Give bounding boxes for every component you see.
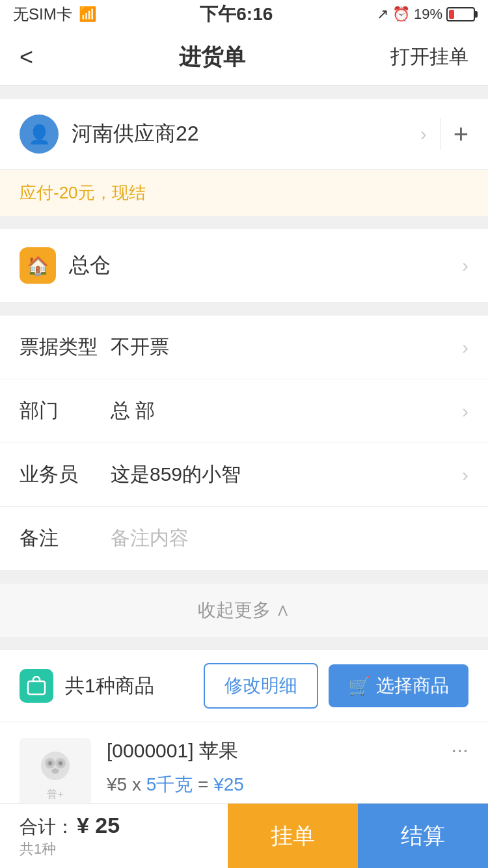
dept-row[interactable]: 部门 总 部 › — [0, 379, 488, 443]
remark-row[interactable]: 备注 备注内容 — [0, 507, 488, 571]
products-count: 共1种商品 — [65, 673, 204, 699]
product-price: ¥5 x 5千克 = ¥25 — [107, 772, 451, 797]
select-product-label: 选择商品 — [376, 673, 449, 698]
bottom-bar: 合计： ¥ 25 共1种 挂单 结算 — [0, 803, 488, 868]
cart-icon: 🛒 — [348, 675, 371, 697]
price-separator: x — [132, 774, 146, 794]
product-more-button[interactable]: ··· — [451, 738, 468, 762]
status-bar: 无SIM卡 📶 下午6:16 ↗ ⏰ 19% — [0, 0, 488, 29]
products-header: 共1种商品 修改明细 🛒 选择商品 — [0, 650, 488, 722]
collapse-bar[interactable]: 收起更多 ∧ — [0, 584, 488, 637]
salesman-value: 这是859的小智 — [111, 461, 462, 488]
warehouse-icon: 🏠 — [20, 247, 56, 284]
warehouse-name: 总仓 — [69, 251, 462, 280]
chevron-right-icon: › — [462, 400, 468, 422]
product-info: [0000001] 苹果 ¥5 x 5千克 = ¥25 — [107, 738, 451, 797]
product-thumb-inner: 普+ — [36, 746, 75, 802]
total-count: 共1种 — [20, 839, 208, 859]
chevron-right-icon: › — [420, 123, 427, 145]
dept-value: 总 部 — [111, 398, 462, 424]
salesman-label: 业务员 — [20, 461, 111, 488]
status-left: 无SIM卡 📶 — [13, 4, 96, 25]
supplier-row[interactable]: 👤 河南供应商22 › + — [0, 99, 488, 170]
avatar-icon: 👤 — [28, 124, 51, 145]
warehouse-row[interactable]: 🏠 总仓 › — [0, 229, 488, 303]
add-button[interactable]: + — [454, 120, 468, 149]
products-section: 共1种商品 修改明细 🛒 选择商品 — [0, 650, 488, 825]
svg-rect-0 — [28, 681, 45, 694]
warehouse-section: 🏠 总仓 › — [0, 229, 488, 303]
remark-input[interactable]: 备注内容 — [111, 525, 468, 552]
battery-fill — [449, 10, 454, 19]
price-value: ¥5 — [107, 774, 127, 794]
collapse-label: 收起更多 ∧ — [198, 600, 291, 620]
dept-label: 部门 — [20, 398, 111, 424]
supplier-name: 河南供应商22 — [72, 120, 420, 148]
products-icon — [20, 669, 53, 703]
battery-percentage: 19% — [414, 6, 442, 23]
notice-text: 应付-20元，现结 — [20, 183, 146, 202]
product-title: 苹果 — [199, 740, 238, 761]
supplier-section: 👤 河南供应商22 › + 应付-20元，现结 — [0, 99, 488, 216]
invoice-label: 票据类型 — [20, 334, 111, 360]
divider — [440, 118, 441, 150]
status-right: ↗ ⏰ 19% — [377, 6, 475, 23]
battery-icon — [446, 7, 475, 21]
nav-bar: < 进货单 打开挂单 — [0, 29, 488, 86]
svg-point-1 — [41, 752, 70, 780]
remark-label: 备注 — [20, 525, 111, 552]
invoice-row[interactable]: 票据类型 不开票 › — [0, 316, 488, 379]
chevron-right-icon: › — [462, 464, 468, 486]
product-name: [0000001] 苹果 — [107, 738, 451, 765]
status-time: 下午6:16 — [200, 2, 273, 27]
settle-button[interactable]: 结算 — [358, 804, 488, 868]
open-pending-button[interactable]: 打开挂单 — [390, 44, 468, 70]
total-label: 合计： — [20, 815, 74, 839]
edit-detail-button[interactable]: 修改明细 — [204, 663, 318, 709]
signal-text: 无SIM卡 — [13, 4, 72, 25]
salesman-row[interactable]: 业务员 这是859的小智 › — [0, 443, 488, 507]
logo-text: 普+ — [47, 788, 63, 802]
page-title: 进货单 — [179, 42, 245, 72]
alarm-icon: ⏰ — [392, 6, 410, 23]
bottom-total: 合计： ¥ 25 共1种 — [0, 804, 228, 868]
invoice-value: 不开票 — [111, 334, 462, 360]
equals-sign: = — [198, 774, 213, 794]
hang-button[interactable]: 挂单 — [228, 804, 358, 868]
total-value: ¥25 — [213, 774, 244, 794]
location-icon: ↗ — [377, 6, 388, 23]
product-thumbnail: 普+ — [20, 738, 91, 809]
product-code: [0000001] — [107, 740, 193, 761]
quantity-value: 5千克 — [146, 774, 193, 794]
select-product-button[interactable]: 🛒 选择商品 — [329, 664, 468, 707]
wifi-icon: 📶 — [79, 6, 96, 23]
form-section: 票据类型 不开票 › 部门 总 部 › 业务员 这是859的小智 › 备注 备注… — [0, 316, 488, 571]
svg-point-6 — [49, 762, 51, 765]
back-button[interactable]: < — [20, 44, 33, 71]
svg-point-7 — [59, 762, 62, 765]
chevron-right-icon: › — [462, 254, 468, 277]
supplier-avatar: 👤 — [20, 115, 59, 154]
chevron-right-icon: › — [462, 336, 468, 359]
total-amount: ¥ 25 — [77, 813, 120, 838]
notice-bar: 应付-20元，现结 — [0, 170, 488, 216]
